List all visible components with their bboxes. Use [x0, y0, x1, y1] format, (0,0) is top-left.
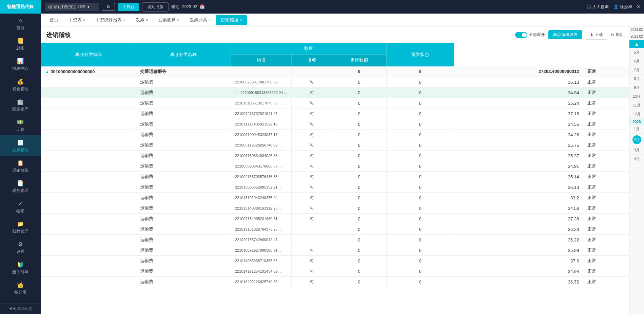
- expand-icon[interactable]: ▲: [45, 69, 50, 74]
- month-8[interactable]: 8月: [629, 75, 644, 83]
- table-row[interactable]: 运输费221011111435921522 10 ...吨0034.55正常: [41, 119, 629, 130]
- cell-cumulative: 35.75: [454, 140, 583, 151]
- table-row[interactable]: 运输费221006150834034026 88 ...吨0035.37正常: [41, 151, 629, 161]
- cell-cumulative: 37.18: [454, 109, 583, 119]
- tab-invoice-open[interactable]: 发票开具 ×: [185, 15, 215, 25]
- cell-purchase: 0: [386, 151, 454, 161]
- close-button[interactable]: ×: [637, 4, 640, 10]
- table-row[interactable]: 运输费221007215737621941 27 ...吨0037.18正常: [41, 109, 629, 119]
- company-selector[interactable]: (勿动) 江西报宝-LSS ▾: [45, 3, 99, 11]
- month-6[interactable]: 6月: [629, 57, 644, 66]
- invoice-id: 221014085935710353 66 ...: [235, 259, 282, 263]
- app-logo: 畅捷通易代账: [0, 0, 41, 14]
- month-9[interactable]: 9月: [629, 83, 644, 92]
- sidebar-item-archive[interactable]: 📁 归档管理: [0, 217, 41, 237]
- active-month-circle[interactable]: 2月: [632, 135, 641, 144]
- table-row[interactable]: 运输费221014085935710353 66 ...吨0037.6正常: [41, 256, 629, 266]
- table-row[interactable]: 运输费221019103619217075 36 ...吨0035.24正常: [41, 98, 629, 109]
- user-info[interactable]: 👤 徐泾华: [613, 4, 632, 10]
- table-row[interactable]: 运输费221014191254101434 02 ...吨0034.94正常: [41, 266, 629, 277]
- sidebar-item-guide[interactable]: 🔰 新手引导: [0, 257, 41, 278]
- sidebar-item-capital[interactable]: 💰 资金管理: [0, 74, 41, 95]
- scroll-up-button[interactable]: ▲: [629, 40, 644, 48]
- switch-version-button[interactable]: 切到旧版: [142, 2, 169, 12]
- sidebar-item-assets[interactable]: 🏢 固定资产: [0, 95, 41, 115]
- sidebar-item-sales[interactable]: 📋 进销台账: [0, 156, 41, 176]
- table-row[interactable]: 运输费221010091927898386 91 ...吨0035.99正常: [41, 245, 629, 256]
- tab-invoice[interactable]: 发票 ×: [131, 15, 153, 25]
- sidebar-item-member[interactable]: 👑 畅会员: [0, 278, 41, 298]
- tab-salary-stat[interactable]: 工资统计报表 ×: [91, 15, 130, 25]
- refresh-button[interactable]: ↻ 刷新: [611, 32, 624, 38]
- tab-invoice-open-close[interactable]: ×: [209, 18, 211, 22]
- table-row[interactable]: 运输费221008100945323037 17 ...吨0034.26正常: [41, 130, 629, 140]
- item-name: 运输费: [140, 174, 153, 179]
- table-row[interactable]: 运输费221007134905231969 31 ...吨0037.38正常: [41, 214, 629, 224]
- table-row[interactable]: ▲301000000000000000交通运输服务0027262.4000000…: [41, 66, 629, 77]
- month-3[interactable]: 3月: [629, 146, 644, 155]
- tab-salary-table[interactable]: 工资表 ×: [64, 15, 90, 25]
- cell-flag: 吨: [291, 203, 332, 214]
- cell-sales: 0: [332, 277, 386, 287]
- workspace-button[interactable]: 工作台: [118, 3, 139, 11]
- sidebar-item-home[interactable]: ⌂ 首页: [0, 14, 41, 34]
- table-row[interactable]: 运输费📄221009150313965922 24 ...吨0034.84正常: [41, 87, 629, 98]
- sidebar-item-label: 畅会员: [14, 290, 26, 295]
- table-row[interactable]: 运输费221002155703576436 33 ...吨0035.14正常: [41, 172, 629, 182]
- cell-name: 交通运输服务: [136, 66, 231, 77]
- table-row[interactable]: 运输费221005090343170865 87 ...吨0034.91正常: [41, 161, 629, 172]
- month-7[interactable]: 7月: [629, 66, 644, 75]
- calendar-icon[interactable]: 📅: [200, 4, 205, 9]
- sidebar-item-settle[interactable]: ✓ 结账: [0, 196, 41, 217]
- expand-toggle[interactable]: [515, 32, 527, 38]
- table-row[interactable]: 运输费221019161029764373 25 ...0036.23正常: [41, 224, 629, 235]
- table-row[interactable]: 运输费221013101943240375 94 ...吨0033.2正常: [41, 193, 629, 203]
- month-5[interactable]: 5月: [629, 48, 644, 57]
- sidebar-item-settings[interactable]: ⚙ 设置: [0, 237, 41, 257]
- tab-home[interactable]: 首页: [45, 15, 63, 25]
- cell-cumulative: 35.37: [454, 151, 583, 161]
- month-2-active[interactable]: 2月: [629, 134, 644, 146]
- copy-button[interactable]: ⧉: [102, 3, 115, 11]
- cell-invoice: 221007134905231969 31 ...: [231, 214, 292, 224]
- unpin-button[interactable]: ◀◀ 取消固定: [0, 303, 41, 314]
- cell-cumulative: 34.94: [454, 266, 583, 277]
- table-row[interactable]: 运输费221018202126925719 58 ...吨0036.72正常: [41, 277, 629, 287]
- table-row[interactable]: 运输费221020135742940012 47 ...0036.22正常: [41, 235, 629, 245]
- sidebar-item-tax[interactable]: 📑 税务管理: [0, 176, 41, 196]
- tab-salary-table-close[interactable]: ×: [83, 18, 85, 22]
- invoice-id: 221006150834034026 88 ...: [235, 154, 282, 158]
- cell-purchase: 0: [386, 66, 454, 77]
- tab-salary-stat-close[interactable]: ×: [123, 18, 125, 22]
- download-button[interactable]: ⬇ 下载: [586, 30, 607, 40]
- table-container: 税收分类编码 税收分类名称 数量 预警状态 销项 进项 累计数额 ▲301000…: [41, 42, 629, 314]
- table-row[interactable]: 运输费221013140308161912 23 ...吨0034.56正常: [41, 203, 629, 214]
- support-button[interactable]: 🎧 人工咨询: [586, 4, 609, 10]
- table-row[interactable]: 运输费221013093652085352 21 ...吨0036.13正常: [41, 182, 629, 193]
- header-actions: 全部展开 商品编码设置 ⬇ 下载 ↻ 刷新: [515, 30, 624, 40]
- archive-icon: 📁: [17, 221, 24, 227]
- sidebar-item-report[interactable]: 📊 报表中心: [0, 54, 41, 74]
- tab-invoice-close[interactable]: ×: [146, 18, 148, 22]
- month-4[interactable]: 4月: [629, 155, 644, 163]
- month-1[interactable]: 1月: [629, 125, 644, 134]
- table-row[interactable]: 运输费221005112528266748 02 ...吨0035.75正常: [41, 140, 629, 151]
- tab-invoice-calc-close[interactable]: ×: [177, 18, 179, 22]
- month-11[interactable]: 11月: [629, 101, 644, 110]
- cell-purchase: 0: [386, 235, 454, 245]
- cell-purchase: 0: [386, 161, 454, 172]
- tab-jxhc-close[interactable]: ×: [240, 18, 242, 22]
- table-row[interactable]: 运输费221005233817801765 67 ...吨0036.13正常: [41, 77, 629, 87]
- sidebar-item-ledger[interactable]: 📒 总账: [0, 34, 41, 54]
- cell-invoice: [231, 66, 292, 77]
- sidebar-item-label: 总账: [16, 45, 24, 51]
- cell-name: 运输费: [136, 161, 231, 172]
- sidebar-item-invoice[interactable]: 🧾 发票管理: [0, 135, 41, 156]
- chevron-down-icon: ▾: [87, 4, 90, 9]
- tab-jxhc[interactable]: 进销稽核 ×: [216, 15, 247, 25]
- month-12[interactable]: 12月: [629, 110, 644, 119]
- product-code-button[interactable]: 商品编码设置: [548, 30, 582, 39]
- tab-invoice-calc[interactable]: 发票测算 ×: [153, 15, 184, 25]
- month-10[interactable]: 10月: [629, 92, 644, 101]
- sidebar-item-salary[interactable]: 💵 工资: [0, 115, 41, 135]
